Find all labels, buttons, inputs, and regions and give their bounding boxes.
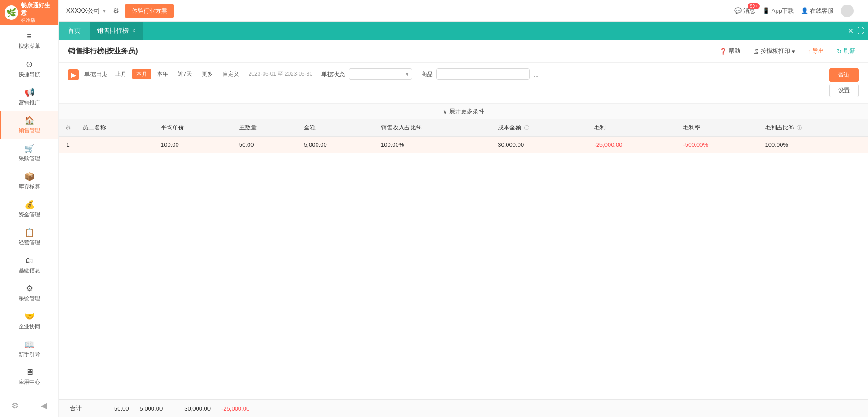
query-button[interactable]: 查询 bbox=[829, 68, 859, 82]
sidebar-item-label: 企业协同 bbox=[19, 323, 40, 331]
tab-home[interactable]: 首页 bbox=[59, 22, 90, 40]
inventory-icon: 📦 bbox=[24, 172, 34, 182]
date-opt-more[interactable]: 更多 bbox=[198, 69, 217, 79]
date-filter-group: 单据日期 上月 本月 本年 近7天 更多 自定义 2023-06-01 至 20… bbox=[84, 69, 312, 79]
sidebar-item-guide[interactable]: 📖 新手引导 bbox=[0, 335, 58, 363]
col-header-profit: 毛利 bbox=[589, 119, 677, 137]
status-select-wrap bbox=[349, 68, 412, 80]
col-header-settings[interactable]: ⚙ bbox=[59, 119, 77, 137]
logo: 🌿 畅康通好生意 标准版 bbox=[0, 0, 58, 25]
sidebar-item-wechat[interactable]: 💬 企业微信 bbox=[0, 391, 58, 394]
goods-more-dots[interactable]: ... bbox=[533, 71, 539, 78]
maximize-icon[interactable]: ⛶ bbox=[857, 27, 864, 35]
basicinfo-icon: 🗂 bbox=[25, 256, 34, 265]
col-header-quantity: 主数量 bbox=[234, 119, 298, 137]
message-icon: 💬 bbox=[734, 7, 742, 14]
template-print-btn[interactable]: 🖨 按模板打印 ▾ bbox=[749, 45, 799, 57]
table-footer: 合计 50.00 5,000.00 30,000.00 -25,000.00 bbox=[59, 399, 868, 417]
footer-cost: 30,000.00 bbox=[179, 405, 216, 412]
help-icon: ❓ bbox=[719, 48, 727, 55]
download-icon: 📱 bbox=[762, 7, 770, 14]
app-download-btn[interactable]: 📱 App下载 bbox=[762, 7, 794, 15]
avatar[interactable] bbox=[841, 5, 854, 17]
col-header-profit-pct: 毛利占比% ⓘ bbox=[760, 119, 868, 137]
print-dropdown-icon: ▾ bbox=[792, 48, 795, 55]
date-opt-thisyear[interactable]: 本年 bbox=[153, 69, 172, 79]
profitpct-info-icon[interactable]: ⓘ bbox=[797, 125, 802, 130]
topbar-right: 💬 消息 99+ 📱 App下载 👤 在线客服 bbox=[734, 5, 861, 17]
online-support-btn[interactable]: 👤 在线客服 bbox=[801, 7, 834, 15]
sidebar-item-cooperation[interactable]: 🤝 企业协同 bbox=[0, 307, 58, 335]
settings-btn[interactable]: ⚙ bbox=[10, 399, 20, 412]
goods-input[interactable] bbox=[436, 68, 530, 80]
sidebar-item-system[interactable]: ⚙ 系统管理 bbox=[0, 279, 58, 307]
sidebar-item-label: 搜索菜单 bbox=[19, 43, 40, 50]
sidebar-item-quicknav[interactable]: ⊙ 快捷导航 bbox=[0, 55, 58, 83]
trial-btn[interactable]: 体验行业方案 bbox=[125, 4, 174, 18]
settings-button[interactable]: 设置 bbox=[829, 84, 859, 97]
company-selector[interactable]: XXXXX公司 ▾ bbox=[66, 7, 106, 15]
data-table-wrap: ⚙ 员工名称 平均单价 主数量 全额 销售收入占比% 成本全额 ⓘ 毛利 毛利率 bbox=[59, 119, 868, 399]
topbar: XXXXX公司 ▾ ⚙ 体验行业方案 💬 消息 99+ 📱 App下载 👤 在线… bbox=[59, 0, 868, 22]
expand-btn-label: 展开更多条件 bbox=[449, 107, 484, 115]
help-btn[interactable]: ❓ 帮助 bbox=[716, 45, 744, 57]
date-opt-lastmonth[interactable]: 上月 bbox=[111, 69, 130, 79]
footer-amount: 5,000.00 bbox=[134, 405, 168, 412]
cell-employee bbox=[77, 137, 155, 153]
export-btn[interactable]: ↑ 导出 bbox=[804, 45, 828, 57]
template-print-label: 按模板打印 bbox=[761, 47, 790, 55]
online-support-label: 在线客服 bbox=[810, 7, 834, 15]
tab-sales-ranking[interactable]: 销售排行榜 × bbox=[90, 22, 143, 40]
filter-bar: ▶ 单据日期 上月 本月 本年 近7天 更多 bbox=[59, 63, 868, 103]
sidebar-item-finance[interactable]: 💰 资金管理 bbox=[0, 195, 58, 223]
sidebar-item-marketing[interactable]: 📢 营销推广 bbox=[0, 83, 58, 111]
sidebar-item-inventory[interactable]: 📦 库存核算 bbox=[0, 167, 58, 195]
marketing-icon: 📢 bbox=[24, 87, 34, 97]
cell-rank: 1 bbox=[59, 137, 77, 153]
cell-revenue-pct: 100.00% bbox=[375, 137, 492, 153]
sidebar: 🌿 畅康通好生意 标准版 ≡ 搜索菜单 ⊙ 快捷导航 📢 营销推广 🏠 销售管理… bbox=[0, 0, 59, 417]
status-filter-label: 单据状态 bbox=[321, 70, 345, 78]
status-filter-group: 单据状态 bbox=[321, 68, 412, 80]
company-name: XXXXX公司 bbox=[66, 7, 100, 15]
support-icon: 👤 bbox=[801, 7, 808, 14]
date-opt-last7days[interactable]: 近7天 bbox=[174, 69, 196, 79]
collapse-btn[interactable]: ◀ bbox=[39, 399, 49, 412]
goods-filter-label: 商品 bbox=[421, 70, 433, 78]
sidebar-item-label: 资金管理 bbox=[19, 211, 40, 219]
tab-close-icon[interactable]: × bbox=[132, 28, 135, 34]
sidebar-item-operations[interactable]: 📋 经营管理 bbox=[0, 223, 58, 251]
content-area: 销售排行榜(按业务员) ❓ 帮助 🖨 按模板打印 ▾ ↑ 导出 ↻ 刷新 bbox=[59, 40, 868, 417]
date-opt-custom[interactable]: 自定义 bbox=[219, 69, 243, 79]
sidebar-item-search[interactable]: ≡ 搜索菜单 bbox=[0, 27, 58, 55]
tab-label: 销售排行榜 bbox=[97, 27, 129, 35]
sidebar-item-label: 基础信息 bbox=[19, 267, 40, 274]
col-header-employee: 员工名称 bbox=[77, 119, 155, 137]
col-header-avgprice: 平均单价 bbox=[155, 119, 234, 137]
status-select[interactable] bbox=[349, 68, 412, 80]
sidebar-item-basicinfo[interactable]: 🗂 基础信息 bbox=[0, 251, 58, 279]
date-opt-thismonth[interactable]: 本月 bbox=[132, 69, 151, 79]
sidebar-item-purchase[interactable]: 🛒 采购管理 bbox=[0, 139, 58, 167]
print-icon: 🖨 bbox=[753, 48, 759, 55]
sales-icon: 🏠 bbox=[24, 115, 34, 125]
expand-conditions-btn[interactable]: ∨ 展开更多条件 bbox=[443, 107, 484, 115]
quicknav-icon: ⊙ bbox=[26, 59, 33, 69]
date-filter-label: 单据日期 bbox=[84, 70, 108, 78]
refresh-btn[interactable]: ↻ 刷新 bbox=[833, 45, 859, 57]
sidebar-item-label: 采购管理 bbox=[19, 155, 40, 163]
sidebar-item-appcenter[interactable]: 🖥 应用中心 bbox=[0, 363, 58, 391]
refresh-icon: ↻ bbox=[837, 48, 842, 55]
close-window-icon[interactable]: ✕ bbox=[848, 27, 854, 35]
tabbar: 首页 销售排行榜 × ✕ ⛶ bbox=[59, 22, 868, 40]
gear-icon[interactable]: ⚙ bbox=[113, 6, 119, 15]
sidebar-item-sales[interactable]: 🏠 销售管理 bbox=[0, 111, 58, 139]
system-icon: ⚙ bbox=[26, 283, 33, 293]
message-btn[interactable]: 💬 消息 99+ bbox=[734, 7, 755, 15]
cooperation-icon: 🤝 bbox=[24, 312, 34, 321]
date-range-display: 2023-06-01 至 2023-06-30 bbox=[249, 70, 312, 78]
sidebar-item-label: 系统管理 bbox=[19, 295, 40, 302]
cost-info-icon[interactable]: ⓘ bbox=[524, 125, 529, 130]
page-header: 销售排行榜(按业务员) ❓ 帮助 🖨 按模板打印 ▾ ↑ 导出 ↻ 刷新 bbox=[59, 40, 868, 63]
filter-toggle-btn[interactable]: ▶ bbox=[68, 69, 79, 80]
